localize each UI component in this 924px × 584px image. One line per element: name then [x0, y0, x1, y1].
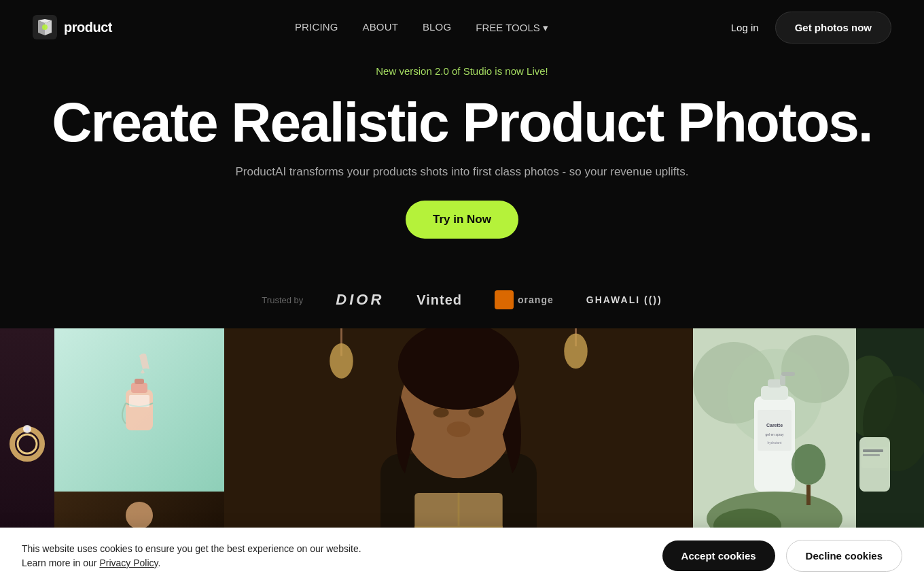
svg-text:gel en spray: gel en spray	[765, 432, 784, 436]
svg-text:Carette: Carette	[766, 423, 783, 428]
brand-vinted: Vinted	[416, 292, 462, 308]
trusted-label: Trusted by	[262, 295, 303, 305]
version-badge: New version 2.0 of Studio is now Live!	[376, 65, 548, 77]
svg-rect-38	[781, 372, 795, 376]
navigation: product PRICING ABOUT BLOG FREE TOOLS ▾ …	[0, 0, 924, 54]
hero-section: New version 2.0 of Studio is now Live! C…	[0, 54, 924, 266]
svg-point-17	[564, 334, 588, 369]
cookie-text: This website uses cookies to ensure you …	[22, 542, 361, 570]
nav-links: PRICING ABOUT BLOG FREE TOOLS ▾	[295, 21, 548, 34]
portrait-icon	[224, 328, 693, 560]
cookie-privacy-link[interactable]: Privacy Policy	[99, 557, 158, 568]
svg-rect-8	[135, 379, 144, 384]
nav-item-free-tools[interactable]: FREE TOOLS ▾	[476, 21, 548, 34]
brand-ghawali: GHAWALI (())	[586, 294, 662, 305]
hero-title: Create Realistic Product Photos.	[33, 93, 891, 152]
brand-orange: orange	[495, 290, 554, 309]
svg-rect-50	[863, 449, 883, 452]
perfume-icon	[105, 349, 173, 471]
gallery-spray-bottle-image: Carette gel en spray hydratant	[693, 328, 856, 560]
gallery-green-product-image	[856, 328, 924, 560]
nav-item-pricing[interactable]: PRICING	[295, 21, 338, 33]
logo[interactable]: product	[33, 15, 112, 39]
try-now-button[interactable]: Try in Now	[406, 201, 518, 239]
svg-point-22	[433, 408, 449, 417]
svg-point-1	[42, 24, 48, 30]
svg-rect-39	[758, 410, 792, 451]
get-photos-button[interactable]: Get photos now	[775, 12, 891, 44]
spray-bottle-icon: Carette gel en spray hydratant	[693, 328, 856, 560]
svg-rect-36	[768, 379, 781, 388]
cookie-privacy-prefix: Learn more in our	[22, 557, 97, 568]
svg-point-43	[792, 444, 825, 485]
accept-cookies-button[interactable]: Accept cookies	[662, 540, 775, 571]
cookie-banner: This website uses cookies to ensure you …	[0, 528, 924, 584]
svg-rect-51	[863, 454, 880, 456]
gallery-perfume-image	[54, 328, 224, 492]
svg-rect-7	[131, 383, 147, 393]
gallery-col2	[54, 328, 224, 560]
logo-text: product	[64, 20, 112, 35]
svg-point-13	[330, 343, 353, 379]
ring-icon	[3, 376, 51, 512]
svg-point-24	[447, 422, 471, 437]
nav-right: Log in Get photos now	[731, 12, 891, 44]
svg-point-10	[126, 502, 153, 529]
svg-rect-35	[761, 386, 788, 400]
svg-point-3	[18, 434, 37, 453]
logo-icon	[33, 15, 57, 39]
login-button[interactable]: Log in	[731, 22, 759, 33]
svg-rect-44	[806, 485, 811, 505]
decline-cookies-button[interactable]: Decline cookies	[786, 540, 902, 572]
brand-dior: DIOR	[336, 291, 384, 309]
svg-point-5	[25, 427, 29, 431]
svg-rect-37	[780, 375, 785, 385]
cookie-actions: Accept cookies Decline cookies	[662, 540, 902, 572]
chevron-down-icon: ▾	[543, 22, 548, 34]
orange-logo-square	[495, 290, 514, 309]
trusted-bar: Trusted by DIOR Vinted orange GHAWALI ((…	[0, 290, 924, 309]
nav-item-about[interactable]: ABOUT	[363, 21, 398, 33]
gallery: Carette gel en spray hydratant	[0, 328, 924, 560]
hero-subtitle: ProductAI transforms your products shots…	[33, 165, 891, 179]
gallery-portrait-image	[224, 328, 693, 560]
green-product-icon	[856, 328, 924, 560]
svg-rect-9	[129, 395, 149, 407]
svg-text:hydratant: hydratant	[768, 441, 782, 445]
gallery-ring-image	[0, 328, 54, 560]
svg-point-23	[468, 408, 484, 417]
nav-item-blog[interactable]: BLOG	[423, 21, 451, 33]
